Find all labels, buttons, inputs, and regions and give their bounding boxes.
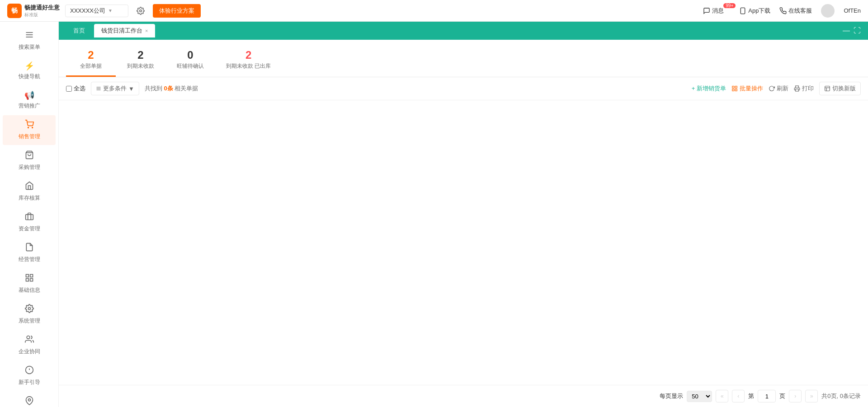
tab-work-bench-label: 钱货日清工作台 — [101, 27, 142, 35]
stat-num-all: 2 — [88, 49, 94, 61]
next-page-button[interactable]: › — [789, 390, 802, 402]
svg-rect-12 — [30, 279, 33, 281]
sidebar-item-operations[interactable]: 经营管理 — [3, 238, 56, 268]
stats-tabs: 2 全部单据 2 到期未收款 0 旺辅待确认 2 到期未收款 已出库 — [59, 40, 868, 77]
sidebar-label: 营销推广 — [19, 102, 40, 110]
tab-controls: — ⛶ — [843, 27, 861, 35]
switch-version-label: 切换新版 — [832, 84, 856, 93]
select-all-input[interactable] — [66, 86, 72, 92]
sidebar-item-purchase[interactable]: 采购管理 — [3, 146, 56, 176]
message-label: 消息 — [712, 7, 724, 15]
company-selector[interactable]: XXXXXX公司 ▼ — [65, 5, 128, 17]
content-area: 首页 钱货日清工作台 × — ⛶ 2 全部单据 2 到期未 — [59, 22, 868, 407]
refresh-label: 刷新 — [777, 84, 788, 93]
sidebar-label: 经营管理 — [19, 256, 40, 263]
system-icon — [25, 304, 34, 315]
found-prefix: 共找到 — [145, 85, 162, 92]
sidebar-item-system[interactable]: 系统管理 — [3, 299, 56, 329]
sidebar-item-sales[interactable]: 销售管理 — [3, 115, 56, 145]
sidebar-item-basic-info[interactable]: 基础信息 — [3, 269, 56, 299]
sidebar-item-app-center[interactable]: 应用中心 — [3, 392, 56, 407]
trial-button[interactable]: 体验行业方案 — [153, 4, 201, 18]
total-info: 共0页, 0条记录 — [821, 392, 861, 400]
batch-operation-label: 批量操作 — [740, 84, 763, 93]
message-button[interactable]: 消息 99+ — [703, 7, 730, 15]
refresh-button[interactable]: 刷新 — [769, 84, 788, 93]
stat-tab-all[interactable]: 2 全部单据 — [66, 45, 116, 77]
add-sales-order-button[interactable]: + 新增销货单 — [692, 84, 726, 93]
logo-text: 畅捷通好生意 标准版 — [24, 4, 60, 18]
purchase-icon — [25, 150, 34, 162]
tab-minimize-button[interactable]: — — [843, 27, 850, 35]
app-label: App下载 — [748, 7, 770, 15]
sidebar-item-finance[interactable]: 资金管理 — [3, 207, 56, 237]
found-suffix: 相关单据 — [175, 85, 198, 92]
logo-icon: 畅 — [7, 4, 22, 18]
username[interactable]: OfTEn — [844, 7, 861, 14]
service-label: 在线客服 — [788, 7, 812, 15]
svg-rect-11 — [30, 275, 33, 277]
svg-point-19 — [28, 399, 30, 401]
first-page-button[interactable]: « — [716, 390, 728, 402]
guide-icon — [25, 365, 34, 377]
page-prefix: 第 — [748, 392, 754, 400]
svg-rect-1 — [741, 8, 745, 14]
sales-icon — [25, 120, 34, 131]
online-service-button[interactable]: 在线客服 — [779, 7, 812, 15]
sidebar-label: 资金管理 — [19, 225, 40, 233]
sidebar-item-cooperation[interactable]: 企业协同 — [3, 330, 56, 360]
batch-operation-button[interactable]: 批量操作 — [731, 84, 763, 93]
svg-rect-9 — [25, 215, 33, 220]
more-conditions-button[interactable]: 更多条件 ▼ — [91, 82, 139, 95]
top-header: 畅 畅捷通好生意 标准版 XXXXXX公司 ▼ 体验行业方案 消息 99+ Ap… — [0, 0, 868, 22]
stat-tab-overdue[interactable]: 2 到期未收款 — [116, 45, 165, 77]
stat-label-overdue: 到期未收款 — [127, 62, 154, 70]
svg-rect-10 — [26, 275, 28, 277]
switch-version-button[interactable]: 切换新版 — [819, 82, 861, 95]
stat-label-all: 全部单据 — [80, 62, 102, 70]
current-page-input[interactable] — [758, 390, 776, 402]
message-badge: 99+ — [723, 3, 736, 8]
tab-home[interactable]: 首页 — [66, 24, 92, 37]
per-page-label: 每页显示 — [660, 392, 683, 400]
select-all-label: 全选 — [74, 84, 85, 93]
sidebar-label: 新手引导 — [19, 379, 40, 386]
svg-rect-24 — [735, 86, 737, 88]
stat-tab-overdue-out[interactable]: 2 到期未收款 已出库 — [215, 45, 282, 77]
tab-close-icon[interactable]: × — [145, 28, 148, 33]
sidebar-item-inventory[interactable]: 库存核算 — [3, 177, 56, 206]
stat-label-pending: 旺辅待确认 — [177, 62, 204, 70]
sidebar-label: 企业协同 — [19, 348, 40, 356]
search-menu-icon — [25, 30, 34, 42]
svg-rect-26 — [732, 89, 734, 91]
sidebar-item-quick-nav[interactable]: ⚡ 快捷导航 — [3, 56, 56, 85]
per-page-select[interactable]: 50 100 200 — [687, 391, 712, 402]
tab-maximize-button[interactable]: ⛶ — [854, 27, 861, 35]
sidebar-item-marketing[interactable]: 📢 营销推广 — [3, 86, 56, 114]
settings-button[interactable] — [134, 4, 147, 18]
sidebar-item-search-menu[interactable]: 搜索菜单 — [3, 26, 56, 56]
finance-icon — [25, 212, 34, 223]
stat-num-overdue: 2 — [137, 49, 143, 61]
select-all-checkbox[interactable]: 全选 — [66, 84, 85, 93]
print-label: 打印 — [802, 84, 814, 93]
stat-tab-pending[interactable]: 0 旺辅待确认 — [165, 45, 215, 77]
quick-nav-icon: ⚡ — [24, 61, 34, 71]
svg-point-14 — [28, 308, 30, 310]
avatar — [821, 4, 835, 18]
sidebar-item-guide[interactable]: 新手引导 — [3, 361, 56, 391]
stat-num-pending: 0 — [187, 49, 193, 61]
svg-rect-25 — [735, 89, 737, 91]
prev-page-button[interactable]: ‹ — [732, 390, 745, 402]
header-left: 畅 畅捷通好生意 标准版 XXXXXX公司 ▼ 体验行业方案 — [7, 4, 201, 18]
logo-sub: 标准版 — [24, 12, 60, 18]
operations-icon — [25, 243, 34, 254]
print-button[interactable]: 打印 — [794, 84, 814, 93]
svg-point-7 — [32, 127, 33, 128]
svg-rect-27 — [796, 89, 799, 91]
tab-home-label: 首页 — [73, 27, 85, 35]
tab-work-bench[interactable]: 钱货日清工作台 × — [94, 24, 155, 37]
sidebar-label: 快捷导航 — [19, 73, 40, 80]
app-download-button[interactable]: App下载 — [739, 7, 770, 15]
last-page-button[interactable]: » — [805, 390, 818, 402]
